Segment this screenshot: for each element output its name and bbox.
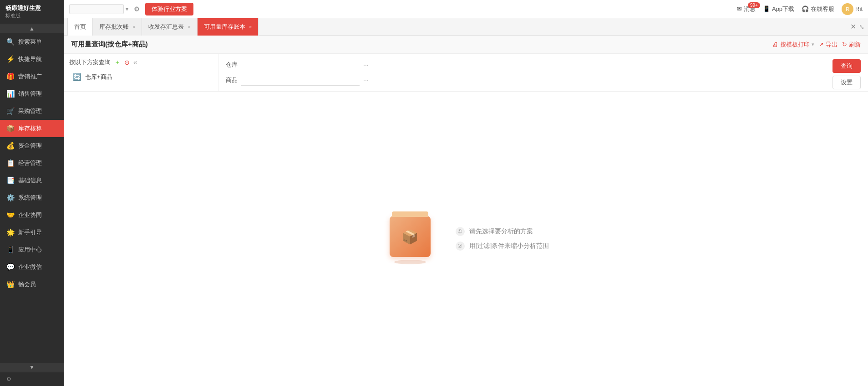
sidebar-item-label: 企业微信 xyxy=(18,263,42,271)
app-center-icon: 📱 xyxy=(6,246,15,254)
sidebar-scroll-up[interactable]: ▲ xyxy=(0,24,64,33)
sidebar-item-label: 经营管理 xyxy=(18,159,42,167)
tab-close-icon[interactable]: × xyxy=(188,24,190,30)
app-download-button[interactable]: 📱 App下载 xyxy=(763,5,794,13)
sidebar-item-quick-nav[interactable]: ⚡ 快捷导航 xyxy=(0,51,64,68)
settings-button[interactable]: 设置 xyxy=(832,76,861,89)
sidebar-item-label: 快捷导航 xyxy=(18,55,42,63)
export-icon: ↗ xyxy=(819,41,824,48)
sidebar-item-search[interactable]: 🔍 搜索菜单 xyxy=(0,33,64,51)
sidebar-item-purchase[interactable]: 🛒 采购管理 xyxy=(0,103,64,120)
sidebar-item-label: 资金管理 xyxy=(18,142,42,150)
message-button[interactable]: ✉ 消息 99+ xyxy=(737,5,756,13)
warehouse-filter: 仓库 ··· xyxy=(226,59,369,70)
tab-batch-ledger[interactable]: 库存批次账 × xyxy=(93,18,142,36)
app-version: 标准版 xyxy=(5,12,58,19)
service-label: 在线客服 xyxy=(811,5,834,13)
settings-scheme-icon[interactable]: ⊙ xyxy=(124,59,130,66)
print-button[interactable]: 🖨 按模板打印 ▾ xyxy=(772,41,814,49)
refresh-button[interactable]: ↻ 刷新 xyxy=(842,41,861,49)
sidebar-scroll-down[interactable]: ▼ xyxy=(0,363,64,372)
inventory-icon: 📦 xyxy=(6,124,15,133)
username-label: Rit xyxy=(855,5,863,12)
expand-icon[interactable]: ⤡ xyxy=(859,23,864,31)
service-button[interactable]: 🎧 在线客服 xyxy=(802,5,834,13)
sidebar-logo: 畅康通好生意 标准版 xyxy=(0,0,64,24)
filter-row-warehouse: 仓库 ··· xyxy=(226,59,825,70)
printer-icon: 🖨 xyxy=(772,41,778,48)
chevron-down-icon: ▾ xyxy=(812,41,814,47)
phone-icon: 📱 xyxy=(763,5,770,12)
tab-close-icon[interactable]: × xyxy=(132,24,135,30)
sidebar-item-finance[interactable]: 💰 资金管理 xyxy=(0,137,64,154)
newbie-icon: 🌟 xyxy=(6,228,15,237)
sidebar-item-label: 营销推广 xyxy=(18,72,42,81)
sales-icon: 📊 xyxy=(6,90,15,98)
sidebar-item-system[interactable]: ⚙️ 系统管理 xyxy=(0,189,64,206)
hint-num-1: ① xyxy=(456,227,465,236)
trial-button[interactable]: 体验行业方案 xyxy=(145,3,193,15)
query-button[interactable]: 查询 xyxy=(832,59,861,73)
sidebar-item-vip[interactable]: 👑 畅会员 xyxy=(0,276,64,293)
hint-item-2: ② 用[过滤]条件来缩小分析范围 xyxy=(456,242,549,251)
collapse-icon[interactable]: « xyxy=(133,58,137,67)
tab-close-icon[interactable]: × xyxy=(249,24,252,30)
gear-icon[interactable]: ⚙ xyxy=(132,4,142,14)
sidebar-item-newbie[interactable]: 🌟 新手引导 xyxy=(0,224,64,241)
sidebar-item-basic[interactable]: 📑 基础信息 xyxy=(0,172,64,189)
filter-and-buttons: 仓库 ··· 商品 ··· 查询 设 xyxy=(218,54,868,91)
tab-home[interactable]: 首页 xyxy=(67,18,93,36)
sidebar: 畅康通好生意 标准版 ▲ 🔍 搜索菜单 ⚡ 快捷导航 🎁 营销推广 📊 销售管理… xyxy=(0,0,64,386)
sidebar-item-label: 畅会员 xyxy=(18,280,36,288)
scheme-panel: 按以下方案查询 ＋ ⊙ « 🔄 仓库+商品 xyxy=(64,54,218,91)
sidebar-item-inventory[interactable]: 📦 库存核算 xyxy=(0,120,64,137)
chevron-down-icon[interactable]: ▾ xyxy=(126,6,128,12)
topbar-search-area: ▾ xyxy=(69,4,128,14)
sidebar-item-label: 应用中心 xyxy=(18,246,42,254)
tabbar-actions: ✕ ⤡ xyxy=(850,22,864,31)
export-label: 导出 xyxy=(826,41,838,49)
add-scheme-icon[interactable]: ＋ xyxy=(114,58,121,67)
hint-num-2: ② xyxy=(456,242,465,251)
more-icon[interactable]: ··· xyxy=(363,77,369,84)
sidebar-item-weixin[interactable]: 💬 企业微信 xyxy=(0,258,64,276)
sidebar-item-enterprise[interactable]: 🤝 企业协同 xyxy=(0,206,64,224)
empty-state: 📦 ① 请先选择要分析的方案 ② 用[过滤]条件来缩小分析范围 xyxy=(64,92,868,386)
sidebar-item-label: 新手引导 xyxy=(18,228,42,237)
page-header-actions: 🖨 按模板打印 ▾ ↗ 导出 ↻ 刷新 xyxy=(772,41,861,49)
warehouse-input[interactable] xyxy=(241,59,360,70)
tabbar: 首页 库存批次账 × 收发存汇总表 × 可用量库存账本 × ✕ ⤡ xyxy=(64,18,868,36)
hint-text-1: 请先选择要分析的方案 xyxy=(469,227,533,236)
sidebar-item-label: 库存核算 xyxy=(18,124,42,133)
tab-available-ledger[interactable]: 可用量库存账本 × xyxy=(198,18,259,36)
tab-home-label: 首页 xyxy=(74,23,86,31)
more-icon[interactable]: ··· xyxy=(363,61,369,68)
headset-icon: 🎧 xyxy=(802,5,809,12)
topbar: ▾ ⚙ 体验行业方案 ✉ 消息 99+ 📱 App下载 🎧 在线客服 R Rit xyxy=(64,0,868,18)
empty-hint: ① 请先选择要分析的方案 ② 用[过滤]条件来缩小分析范围 xyxy=(456,227,549,251)
product-input[interactable] xyxy=(241,75,360,86)
print-label: 按模板打印 xyxy=(780,41,810,49)
export-button[interactable]: ↗ 导出 xyxy=(819,41,838,49)
scheme-type-icon: 🔄 xyxy=(73,73,81,81)
operation-icon: 📋 xyxy=(6,159,15,167)
enterprise-icon: 🤝 xyxy=(6,211,15,219)
scheme-item[interactable]: 🔄 仓库+商品 xyxy=(69,70,213,84)
basic-icon: 📑 xyxy=(6,176,15,185)
close-icon[interactable]: ✕ xyxy=(850,22,856,31)
sidebar-item-sales[interactable]: 📊 销售管理 xyxy=(0,85,64,103)
sidebar-item-label: 搜索菜单 xyxy=(18,38,42,46)
hint-item-1: ① 请先选择要分析的方案 xyxy=(456,227,549,236)
avatar: R xyxy=(842,3,853,15)
user-menu[interactable]: R Rit xyxy=(842,3,863,15)
sidebar-item-operation[interactable]: 📋 经营管理 xyxy=(0,154,64,172)
sidebar-item-label: 采购管理 xyxy=(18,107,42,115)
message-badge: 99+ xyxy=(748,2,760,8)
sidebar-item-marketing[interactable]: 🎁 营销推广 xyxy=(0,68,64,85)
tab-receipt-summary[interactable]: 收发存汇总表 × xyxy=(142,18,197,36)
product-label: 商品 xyxy=(226,76,238,84)
main-area: ▾ ⚙ 体验行业方案 ✉ 消息 99+ 📱 App下载 🎧 在线客服 R Rit xyxy=(64,0,868,386)
sidebar-item-label: 销售管理 xyxy=(18,90,42,98)
sidebar-item-app-center[interactable]: 📱 应用中心 xyxy=(0,241,64,258)
topbar-search-input[interactable] xyxy=(69,4,124,14)
